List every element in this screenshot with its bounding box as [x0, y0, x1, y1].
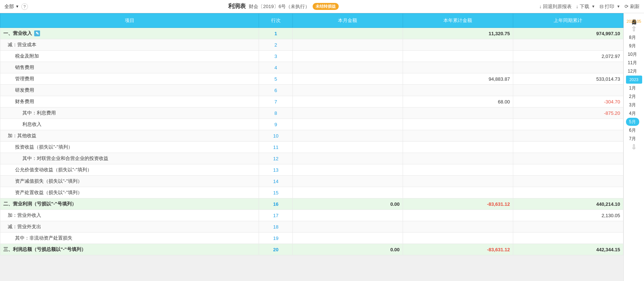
month-item[interactable]: 7月	[626, 135, 639, 143]
cell-current-month	[292, 39, 403, 51]
top-bar-left: 全部 ▼ ?	[4, 3, 28, 10]
cell-current-year	[403, 85, 513, 96]
table-header-row: 项目 行次 本月金额 本年累计金额 上年同期累计	[0, 14, 623, 28]
cell-row-num: 6	[259, 85, 292, 96]
print-chevron-icon: ▼	[616, 4, 620, 8]
download-btn[interactable]: ↓ 下载 ▼	[576, 3, 595, 10]
cell-row-num: 11	[259, 142, 292, 153]
table-row: 投资收益（损失以"-"填列）11	[0, 142, 623, 153]
table-row: 管理费用594,883.87533,014.73	[0, 73, 623, 85]
cell-current-month	[292, 187, 403, 198]
month-item[interactable]: 6月	[626, 126, 639, 134]
month-item[interactable]: 3月	[626, 101, 639, 109]
cell-current-month	[292, 233, 403, 244]
cell-item-name: 销售费用	[0, 62, 259, 73]
month-item[interactable]: 4月	[626, 109, 639, 117]
table-area: 项目 行次 本月金额 本年累计金额 上年同期累计 一、营业收入✎111,320.…	[0, 13, 623, 281]
cell-row-num: 10	[259, 130, 292, 142]
table-row: 公允价值变动收益（损失以"-"填列）13	[0, 164, 623, 176]
cell-row-num: 2	[259, 39, 292, 51]
cell-current-year	[403, 39, 513, 51]
cell-item-name: 利息收入	[0, 119, 259, 130]
table-row: 研发费用6	[0, 85, 623, 96]
cell-last-year: 974,997.10	[513, 28, 623, 39]
report-title: 利润表	[228, 3, 246, 10]
table-row: 一、营业收入✎111,320.75974,997.10	[0, 28, 623, 39]
table-row: 其中：对联营企业和合营企业的投资收益12	[0, 153, 623, 164]
cell-current-month	[292, 62, 403, 73]
cell-item-name: 研发费用	[0, 85, 259, 96]
cell-last-year	[513, 85, 623, 96]
cell-current-month	[292, 107, 403, 119]
month-item[interactable]: 2月	[626, 92, 639, 101]
cell-item-name: 投资收益（损失以"-"填列）	[0, 142, 259, 153]
table-row: 加：其他收益10	[0, 130, 623, 142]
cell-current-month	[292, 130, 403, 142]
cell-current-month	[292, 96, 403, 107]
top-bar: 全部 ▼ ? 利润表 财会〔2019〕6号（未执行） 未结转损益 ↓ 回退到原报…	[0, 0, 644, 13]
month-item[interactable]: 10月	[626, 50, 639, 58]
cell-current-month	[292, 221, 403, 233]
cell-last-year	[513, 176, 623, 187]
cell-row-num: 9	[259, 119, 292, 130]
cell-current-year	[403, 142, 513, 153]
nav-up-btn[interactable]: ⇧	[628, 25, 640, 33]
back-btn[interactable]: ↓ 回退到原报表	[539, 3, 572, 10]
col-current-year: 本年累计金额	[403, 14, 513, 28]
cell-item-name: 财务费用	[0, 96, 259, 107]
cell-item-name: 三、利润总额（亏损总额以"-"号填列）	[0, 244, 259, 255]
cell-last-year	[513, 119, 623, 130]
help-icon[interactable]: ?	[21, 3, 28, 10]
cell-row-num: 16	[259, 198, 292, 210]
top-bar-center: 利润表 财会〔2019〕6号（未执行） 未结转损益	[228, 3, 339, 10]
cell-item-name: 资产处置收益（损失以"-"填列）	[0, 187, 259, 198]
cell-current-month	[292, 28, 403, 39]
cell-current-year	[403, 130, 513, 142]
year-marker[interactable]: 2023	[626, 76, 642, 84]
nav-down-btn[interactable]: ⇩	[628, 143, 640, 151]
cell-row-num: 15	[259, 187, 292, 198]
cell-last-year	[513, 233, 623, 244]
col-item: 项目	[0, 14, 259, 28]
month-item[interactable]: 11月	[626, 59, 639, 67]
edit-icon[interactable]: ✎	[34, 30, 40, 36]
cell-last-year	[513, 187, 623, 198]
cell-last-year	[513, 62, 623, 73]
cell-current-year: 11,320.75	[403, 28, 513, 39]
main-content: 项目 行次 本月金额 本年累计金额 上年同期累计 一、营业收入✎111,320.…	[0, 13, 644, 281]
cell-current-year: -83,631.12	[403, 244, 513, 255]
cell-last-year: -875.20	[513, 107, 623, 119]
cell-row-num: 18	[259, 221, 292, 233]
cell-current-year	[403, 119, 513, 130]
cell-last-year: 2,072.97	[513, 51, 623, 62]
cell-last-year	[513, 153, 623, 164]
month-item[interactable]: 9月	[626, 42, 639, 50]
print-btn[interactable]: ⊟ 打印 ▼	[600, 3, 620, 10]
cell-item-name: 一、营业收入✎	[0, 28, 259, 39]
cell-item-name: 减：营业成本	[0, 39, 259, 51]
cell-item-name: 加：其他收益	[0, 130, 259, 142]
cell-current-year	[403, 187, 513, 198]
profit-table: 项目 行次 本月金额 本年累计金额 上年同期累计 一、营业收入✎111,320.…	[0, 13, 623, 255]
cell-current-year: -83,631.12	[403, 198, 513, 210]
all-menu-btn[interactable]: 全部 ▼	[4, 3, 19, 10]
cell-current-month: 0.00	[292, 244, 403, 255]
month-item[interactable]: 5月	[626, 118, 639, 126]
month-list: 8月9月10月11月12月20231月2月3月4月5月6月7月	[626, 33, 642, 143]
side-panel-title: 月份选择	[631, 15, 637, 18]
month-item[interactable]: 12月	[626, 67, 639, 75]
cell-row-num: 4	[259, 62, 292, 73]
cell-last-year: 2,130.05	[513, 210, 623, 221]
cell-item-name: 管理费用	[0, 73, 259, 85]
col-current-month: 本月金额	[292, 14, 403, 28]
table-row: 减：营业成本2	[0, 39, 623, 51]
download-chevron-icon: ▼	[591, 4, 595, 8]
month-item[interactable]: 8月	[626, 33, 639, 41]
cell-current-month	[292, 73, 403, 85]
month-item[interactable]: 1月	[626, 84, 639, 92]
cell-current-year	[403, 153, 513, 164]
table-row: 其中：非流动资产处置损失19	[0, 233, 623, 244]
cell-current-year	[403, 164, 513, 176]
side-panel: 月份选择 2023.05 ⇧ 8月9月10月11月12月20231月2月3月4月…	[623, 13, 644, 281]
refresh-btn[interactable]: ⟳ 刷新	[625, 3, 640, 10]
